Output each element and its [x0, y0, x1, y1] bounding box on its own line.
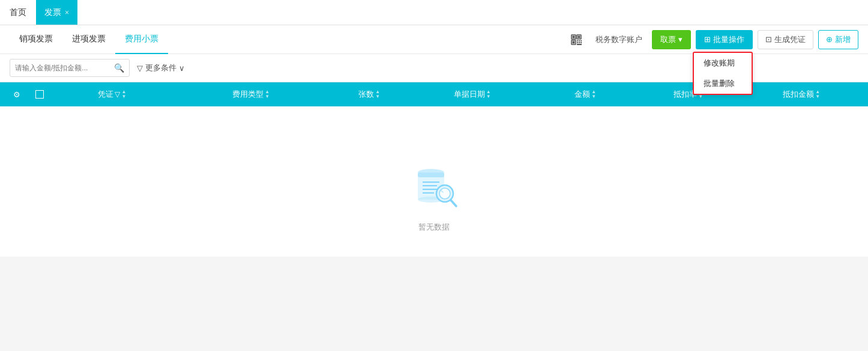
toolbar: 销项发票 进项发票 费用小票 税务数字账户 取票 — [0, 25, 868, 54]
svg-rect-9 — [579, 42, 580, 43]
content-area: ⚙ 凭证 ▽ ▲▼ 费用类型 ▲▼ 张数 ▲▼ 单据日期 ▲▼ 金额 ▲▼ 抵扣… — [0, 82, 868, 257]
svg-line-23 — [451, 200, 456, 206]
qr-code-icon[interactable] — [567, 30, 586, 49]
generate-voucher-label: 生成凭证 — [774, 34, 806, 45]
svg-rect-11 — [580, 42, 582, 43]
th-deduct-amount-label: 抵扣金额 — [783, 89, 814, 100]
nav-home[interactable]: 首页 — [0, 0, 36, 25]
close-icon[interactable]: × — [65, 8, 69, 17]
take-ticket-btn[interactable]: 取票 ▾ — [652, 30, 691, 49]
batch-ops-container: ⊞ 批量操作 修改账期 批量删除 — [696, 30, 753, 49]
plus-icon: ⊕ — [826, 35, 833, 44]
search-wrap: 🔍 — [10, 59, 130, 77]
svg-rect-12 — [577, 44, 582, 45]
th-amount-label: 金额 — [574, 89, 590, 100]
th-amount-sort[interactable]: ▲▼ — [591, 90, 596, 99]
filter-icon: ▽ — [137, 64, 143, 73]
nav-tab-label: 发票 — [44, 7, 61, 18]
svg-point-22 — [439, 188, 450, 199]
batch-delete-item[interactable]: 批量删除 — [694, 73, 752, 94]
batch-dropdown-menu: 修改账期 批量删除 — [693, 52, 753, 95]
top-nav: 首页 发票 × — [0, 0, 868, 25]
generate-voucher-btn[interactable]: ⊡ 生成凭证 — [758, 30, 813, 49]
tab-sales[interactable]: 销项发票 — [10, 25, 62, 54]
more-conditions-btn[interactable]: ▽ 更多条件 ∨ — [137, 63, 185, 73]
th-voucher-label: 凭证 — [98, 89, 113, 100]
add-new-btn[interactable]: ⊕ 新增 — [818, 30, 858, 49]
empty-text: 暂无数据 — [418, 222, 450, 233]
th-checkbox[interactable] — [29, 90, 50, 99]
dropdown-arrow-icon: ▾ — [678, 35, 683, 44]
modify-period-item[interactable]: 修改账期 — [694, 53, 752, 73]
th-deduct-amount: 抵扣金额 ▲▼ — [740, 89, 863, 100]
th-date: 单据日期 ▲▼ — [411, 89, 534, 100]
th-date-sort[interactable]: ▲▼ — [486, 90, 491, 99]
th-count: 张数 ▲▼ — [328, 89, 411, 100]
svg-rect-15 — [418, 172, 444, 177]
batch-ops-btn[interactable]: ⊞ 批量操作 — [696, 30, 753, 49]
tab-expense[interactable]: 费用小票 — [115, 25, 168, 54]
th-expense-type: 费用类型 ▲▼ — [174, 89, 328, 100]
th-amount: 金额 ▲▼ — [534, 89, 637, 100]
chevron-down-icon: ∨ — [179, 64, 185, 73]
th-count-sort[interactable]: ▲▼ — [375, 90, 380, 99]
svg-rect-7 — [579, 40, 580, 41]
th-settings[interactable]: ⚙ — [5, 90, 29, 99]
svg-rect-5 — [573, 41, 575, 43]
svg-rect-3 — [578, 35, 580, 38]
th-date-label: 单据日期 — [454, 89, 485, 100]
take-ticket-label: 取票 — [660, 34, 676, 45]
th-voucher: 凭证 ▽ ▲▼ — [50, 89, 174, 100]
th-expense-sort[interactable]: ▲▼ — [265, 90, 270, 99]
svg-rect-1 — [573, 35, 575, 38]
svg-rect-6 — [577, 40, 578, 41]
search-icon[interactable]: 🔍 — [114, 63, 124, 73]
search-input[interactable] — [15, 64, 114, 72]
batch-ops-label: 批量操作 — [713, 34, 744, 45]
empty-illustration — [404, 154, 464, 215]
th-deduct-amount-sort[interactable]: ▲▼ — [815, 90, 820, 99]
th-expense-type-label: 费用类型 — [232, 89, 264, 100]
th-voucher-filter-icon[interactable]: ▽ — [115, 90, 120, 99]
th-count-label: 张数 — [358, 89, 374, 100]
tab-input[interactable]: 进项发票 — [62, 25, 115, 54]
checkbox-icon — [35, 90, 44, 99]
toolbar-right: 税务数字账户 取票 ▾ ⊞ 批量操作 修改账期 批量删除 ⊡ 生成凭证 ⊕ 新增 — [567, 30, 858, 49]
more-conditions-label: 更多条件 — [145, 63, 176, 73]
add-new-label: 新增 — [835, 34, 851, 45]
nav-tab-invoice[interactable]: 发票 × — [36, 0, 77, 25]
tax-digital-account-btn[interactable]: 税务数字账户 — [591, 30, 647, 49]
voucher-icon: ⊡ — [765, 35, 772, 44]
svg-rect-10 — [580, 40, 582, 41]
svg-rect-8 — [577, 42, 578, 43]
empty-state: 暂无数据 — [0, 106, 868, 257]
batch-icon: ⊞ — [704, 35, 711, 44]
th-voucher-sort[interactable]: ▲▼ — [121, 90, 126, 99]
settings-icon: ⚙ — [13, 90, 20, 99]
